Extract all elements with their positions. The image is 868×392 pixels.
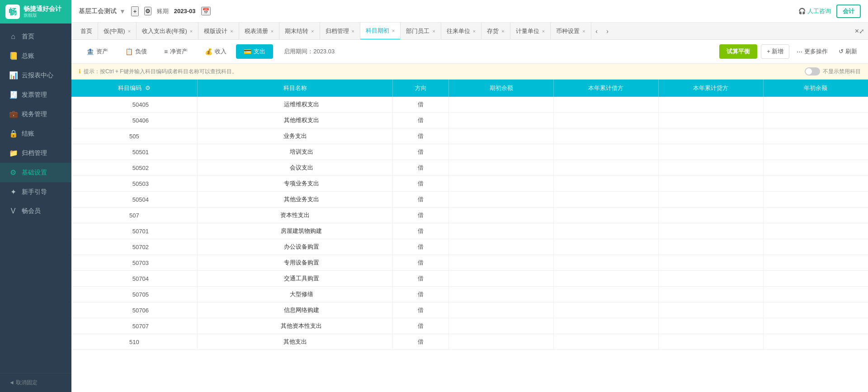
table-row[interactable]: 50701 房屋建筑物购建 借 [71,223,868,239]
nav-archive-icon: 📁 [9,149,17,157]
cell-ytd-debit-12 [553,287,658,302]
sidebar-item-close[interactable]: 🔒 结账 [0,124,71,143]
sub-tab-1[interactable]: 📋 负债 [118,44,155,59]
col-header-year-opening: 年初余额 [763,80,868,97]
tab-close-icon[interactable]: × [582,28,585,34]
tab-label: 部门员工 [406,27,429,35]
cell-balance-6 [449,192,554,208]
tab-8[interactable]: 部门员工× [401,23,441,40]
tab-10[interactable]: 存货× [481,23,510,40]
table-row[interactable]: 50501 培训支出 借 [71,144,868,160]
tab-2[interactable]: 收入支出表(年报)× [137,23,198,40]
cell-year-opening-14 [763,318,868,334]
column-settings-icon[interactable]: ⚙ [145,85,151,91]
tab-close-icon[interactable]: × [311,28,314,34]
app-logo: 畅 畅捷通好会计 旗舰版 [0,0,71,24]
sidebar-footer[interactable]: ◄ 取消固定 [0,373,71,392]
toggle-disabled-switch[interactable] [805,67,820,76]
settings-icon[interactable]: ⚙ [144,7,151,15]
refresh-button[interactable]: ↺ 刷新 [835,45,861,58]
table-row[interactable]: 50405 运维维权支出 借 [71,97,868,113]
table-row[interactable]: 510 其他支出 借 [71,334,868,350]
cell-name-12: 大型修缮 [197,287,393,302]
cell-ytd-credit-3 [658,144,763,160]
table-row[interactable]: 50703 专用设备购置 借 [71,255,868,271]
tab-close-icon[interactable]: × [128,28,131,34]
tab-close-icon[interactable]: × [230,28,233,34]
tab-close-icon[interactable]: × [542,28,545,34]
cell-name-11: 交通工具购置 [197,271,393,287]
tab-close-icon[interactable]: × [432,28,435,34]
cell-balance-4 [449,160,554,176]
more-actions-button[interactable]: ⋯ 更多操作 [793,45,831,58]
table-row[interactable]: 50707 其他资本性支出 借 [71,318,868,334]
table-row[interactable]: 50702 办公设备购置 借 [71,239,868,255]
table-row[interactable]: 50502 会议支出 借 [71,160,868,176]
table-row[interactable]: 50504 其他业务支出 借 [71,192,868,208]
sidebar-item-invoice[interactable]: 🧾 发票管理 [0,85,71,104]
sidebar-item-archive[interactable]: 📁 归档管理 [0,143,71,163]
tab-close-icon[interactable]: × [190,28,193,34]
account-button[interactable]: 会计 [836,5,861,18]
tab-12[interactable]: 币种设置× [551,23,591,40]
tab-5[interactable]: 期末结转× [279,23,320,40]
tab-9[interactable]: 往来单位× [441,23,481,40]
tab-close-icon[interactable]: × [271,28,274,34]
add-button[interactable]: + 新增 [761,44,789,59]
sidebar-item-settings[interactable]: ⚙ 基础设置 [0,163,71,182]
workspace-selector[interactable]: 基层工会测试 ▼ [79,7,126,15]
tab-close-icon[interactable]: × [473,28,476,34]
close-all-tabs-button[interactable]: × [855,27,859,35]
tab-7[interactable]: 科目期初× [360,23,401,40]
tab-label: 计量单位 [516,27,539,35]
table-row[interactable]: 505 业务支出 借 [71,128,868,144]
cell-dir-6: 借 [393,192,449,208]
sidebar-item-label: 首页 [22,33,34,41]
sidebar-item-tax[interactable]: 💼 税务管理 [0,104,71,124]
nav-invoice-icon: 🧾 [9,90,17,99]
page-content: 🏦 资产📋 负债≡ 净资产💰 收入💳 支出启用期间：2023.03 试算平衡 +… [71,40,868,392]
table-row[interactable]: 50406 其他维权支出 借 [71,113,868,128]
calendar-icon[interactable]: 📅 [201,7,211,15]
tab-1[interactable]: 仮(中期)× [98,23,137,40]
tab-prev-button[interactable]: ‹ [591,26,602,37]
tab-next-button[interactable]: › [602,26,613,37]
tab-11[interactable]: 计量单位× [510,23,551,40]
sub-tab-2[interactable]: ≡ 净资产 [156,44,195,59]
sub-tab-3[interactable]: 💰 收入 [197,44,234,59]
sidebar-item-ledger[interactable]: 📒 总账 [0,46,71,66]
tab-close-icon[interactable]: × [352,28,354,34]
cell-year-opening-8 [763,223,868,239]
cell-name-14: 其他资本性支出 [197,318,393,334]
period-label: 账期 [157,7,169,15]
col-header-ytd-debit: 本年累计借方 [553,80,658,97]
tab-close-icon[interactable]: × [501,28,504,34]
table-row[interactable]: 50706 信息网络购建 借 [71,302,868,318]
tab-close-icon[interactable]: × [392,28,395,33]
cell-balance-3 [449,144,554,160]
expand-button[interactable]: ⤢ [859,28,864,35]
sidebar-item-member[interactable]: V 畅会员 [0,202,71,221]
sub-tab-4[interactable]: 💳 支出 [236,44,273,59]
tab-3[interactable]: 模版设计× [198,23,239,40]
sidebar-item-home[interactable]: ⌂ 首页 [0,27,71,46]
table-row[interactable]: 50705 大型修缮 借 [71,287,868,302]
cell-year-opening-0 [763,97,868,113]
sidebar-item-guide[interactable]: ✦ 新手引导 [0,182,71,202]
tab-0[interactable]: 首页 [75,23,98,40]
sub-tab-0[interactable]: 🏦 资产 [79,44,116,59]
balance-button[interactable]: 试算平衡 [719,44,757,59]
table-row[interactable]: 50704 交通工具购置 借 [71,271,868,287]
sidebar-item-label: 结账 [22,130,34,138]
table-row[interactable]: 50503 专项业务支出 借 [71,176,868,192]
tab-6[interactable]: 归档管理× [320,23,360,40]
cell-ytd-debit-9 [553,239,658,255]
cell-year-opening-2 [763,128,868,144]
add-workspace-button[interactable]: ＋ [131,6,139,16]
sidebar-item-reports[interactable]: 📊 云报表中心 [0,66,71,85]
customer-service-button[interactable]: 🎧 人工咨询 [798,7,831,15]
col-header-direction: 方向 [393,80,449,97]
tab-label: 科目期初 [366,27,389,35]
tab-4[interactable]: 税表清册× [239,23,279,40]
table-row[interactable]: 507 资本性支出 借 [71,208,868,223]
